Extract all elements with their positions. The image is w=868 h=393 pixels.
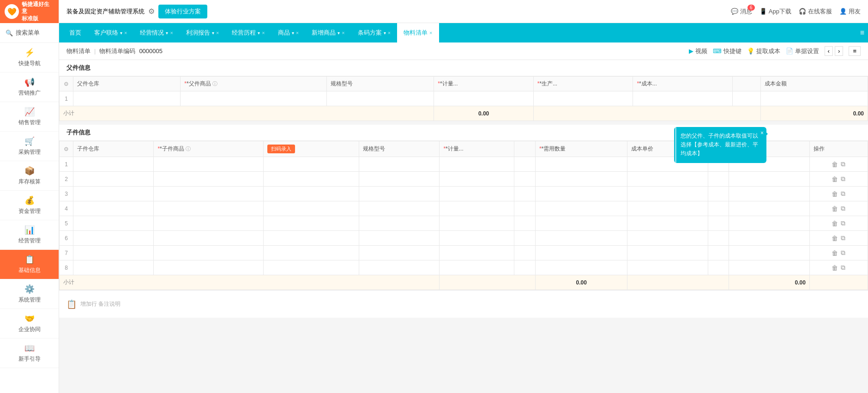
sidebar-item-sales[interactable]: 📈 销售管理 [0, 102, 59, 132]
child-goods-cell[interactable] [154, 157, 264, 172]
tab-new-goods[interactable]: 新增商品 ▾ × [305, 23, 351, 42]
child-unit-cell[interactable] [440, 246, 514, 260]
view-video-button[interactable]: ▶ 视频 [689, 47, 707, 55]
child-cost-amount-cell[interactable] [729, 216, 809, 231]
sidebar-item-quick-nav[interactable]: ⚡ 快捷导航 [0, 43, 59, 73]
child-goods-cell[interactable] [154, 231, 264, 246]
close-tab-goods[interactable]: × [296, 30, 299, 36]
child-spec-cell[interactable] [359, 260, 439, 275]
child-qty-cell[interactable] [535, 216, 627, 231]
child-unit-cell[interactable] [440, 187, 514, 201]
child-unit-cost-cell[interactable] [627, 187, 708, 201]
copy-row-icon[interactable]: ⧉ [841, 219, 845, 227]
copy-row-icon[interactable]: ⧉ [841, 160, 845, 168]
th-scan[interactable]: 扫码录入 [264, 141, 359, 157]
child-spec-cell[interactable] [359, 157, 439, 172]
child-warehouse-cell[interactable] [73, 216, 154, 231]
child-qty-cell[interactable] [535, 187, 627, 201]
tab-profit[interactable]: 利润报告 ▾ × [180, 23, 225, 42]
delete-row-icon[interactable]: 🗑 [832, 205, 838, 212]
sidebar-item-basic-info[interactable]: 📋 基础信息 [0, 250, 59, 279]
delete-row-icon[interactable]: 🗑 [832, 175, 838, 183]
close-tab-new-goods[interactable]: × [342, 30, 344, 36]
delete-row-icon[interactable]: 🗑 [832, 220, 838, 227]
child-cost-amount-cell[interactable] [729, 187, 809, 201]
parent-goods-cell[interactable] [181, 91, 327, 106]
child-cost-amount-cell[interactable] [729, 260, 809, 275]
shortcut-button[interactable]: ⌨ 快捷键 [713, 47, 741, 55]
tab-customer[interactable]: 客户联络 ▾ × [88, 23, 133, 42]
child-spec-cell[interactable] [359, 201, 439, 216]
parent-warehouse-cell[interactable] [73, 91, 181, 106]
delete-row-icon[interactable]: 🗑 [832, 161, 838, 168]
close-all-tabs-button[interactable]: ≡ [860, 29, 864, 37]
child-unit-cell[interactable] [440, 201, 514, 216]
child-qty-cell[interactable] [535, 172, 627, 187]
search-menu-button[interactable]: 🔍 搜索菜单 [4, 27, 55, 39]
child-spec-cell[interactable] [359, 172, 439, 187]
child-spec-cell[interactable] [359, 231, 439, 246]
child-warehouse-cell[interactable] [73, 260, 154, 275]
parent-cost-cell[interactable] [633, 91, 733, 106]
child-unit-cell[interactable] [440, 216, 514, 231]
copy-row-icon[interactable]: ⧉ [841, 249, 845, 257]
app-download-button[interactable]: 📱 App下载 [760, 7, 791, 16]
child-qty-cell[interactable] [535, 201, 627, 216]
next-record-button[interactable]: › [835, 46, 843, 56]
tab-operations[interactable]: 经营情况 ▾ × [133, 23, 179, 42]
bill-settings-button[interactable]: 📄 单据设置 [786, 47, 819, 55]
child-unit-cost-cell[interactable] [627, 172, 708, 187]
child-warehouse-cell[interactable] [73, 172, 154, 187]
close-tab-bom[interactable]: × [429, 30, 432, 36]
child-unit-cost-cell[interactable] [627, 201, 708, 216]
list-view-button[interactable]: ≡ [849, 46, 861, 56]
close-tab-history[interactable]: × [262, 30, 265, 36]
delete-row-icon[interactable]: 🗑 [832, 235, 838, 242]
parent-unit-cell[interactable] [434, 91, 534, 106]
child-spec-cell[interactable] [359, 216, 439, 231]
close-tab-barcode[interactable]: × [388, 30, 391, 36]
close-tab-profit[interactable]: × [216, 30, 219, 36]
sidebar-item-enterprise[interactable]: 🤝 企业协同 [0, 309, 59, 339]
prev-record-button[interactable]: ‹ [825, 46, 833, 56]
online-service-button[interactable]: 🎧 在线客服 [799, 7, 832, 16]
child-goods-cell[interactable] [154, 246, 264, 260]
child-goods-cell[interactable] [154, 172, 264, 187]
scan-input-button[interactable]: 扫码录入 [267, 145, 295, 153]
child-goods-cell[interactable] [154, 260, 264, 275]
child-warehouse-cell[interactable] [73, 157, 154, 172]
child-unit-cell[interactable] [440, 157, 514, 172]
child-unit-cost-cell[interactable] [627, 260, 708, 275]
child-warehouse-cell[interactable] [73, 246, 154, 260]
child-cost-amount-cell[interactable] [729, 172, 809, 187]
user-menu[interactable]: 👤 用友 [839, 7, 861, 16]
close-tab-operations[interactable]: × [170, 30, 173, 36]
delete-row-icon[interactable]: 🗑 [832, 190, 838, 198]
child-unit-cost-cell[interactable] [627, 246, 708, 260]
child-unit-cost-cell[interactable] [627, 231, 708, 246]
copy-row-icon[interactable]: ⧉ [841, 175, 845, 183]
sidebar-item-operations[interactable]: 📊 经营管理 [0, 220, 59, 250]
child-unit-cell[interactable] [440, 172, 514, 187]
child-cost-amount-cell[interactable] [729, 246, 809, 260]
tab-history[interactable]: 经营历程 ▾ × [225, 23, 271, 42]
child-unit-cost-cell[interactable] [627, 216, 708, 231]
delete-row-icon[interactable]: 🗑 [832, 264, 838, 272]
child-spec-cell[interactable] [359, 246, 439, 260]
sidebar-item-finance[interactable]: 💰 资金管理 [0, 191, 59, 220]
child-qty-cell[interactable] [535, 231, 627, 246]
child-qty-cell[interactable] [535, 260, 627, 275]
sidebar-item-purchase[interactable]: 🛒 采购管理 [0, 132, 59, 161]
sidebar-item-guide[interactable]: 📖 新手引导 [0, 339, 59, 368]
close-tab-customer[interactable]: × [124, 30, 127, 36]
copy-row-icon[interactable]: ⧉ [841, 190, 845, 198]
tab-barcode[interactable]: 条码方案 ▾ × [351, 23, 397, 42]
child-warehouse-cell[interactable] [73, 187, 154, 201]
tab-goods[interactable]: 商品 ▾ × [271, 23, 305, 42]
th-settings[interactable]: ⚙ [60, 77, 73, 91]
copy-row-icon[interactable]: ⧉ [841, 264, 845, 272]
child-goods-cell[interactable] [154, 216, 264, 231]
child-spec-cell[interactable] [359, 187, 439, 201]
child-goods-cell[interactable] [154, 187, 264, 201]
message-button[interactable]: 💬 消息 6 [731, 7, 752, 16]
